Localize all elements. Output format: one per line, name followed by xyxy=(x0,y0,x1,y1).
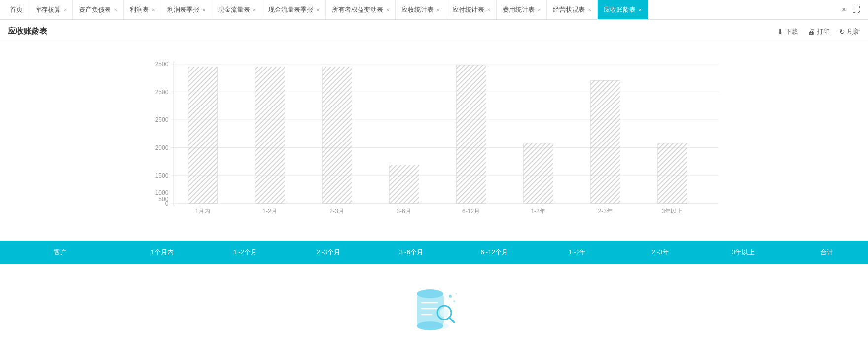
col-3-6month: 3~6个月 xyxy=(370,248,453,257)
bar-3-6月 xyxy=(390,165,419,203)
svg-text:1-2年: 1-2年 xyxy=(531,208,545,214)
tab-ar-aging[interactable]: 应收账龄表 × xyxy=(598,0,648,20)
refresh-button[interactable]: ↻ 刷新 xyxy=(839,27,860,36)
svg-text:2000: 2000 xyxy=(155,144,169,151)
tab-ap-stats[interactable]: 应付统计表 × xyxy=(446,0,497,20)
col-1-2month: 1~2个月 xyxy=(204,248,287,257)
close-tab-cashflow[interactable]: × xyxy=(253,7,256,13)
col-total: 合计 xyxy=(785,248,868,257)
download-icon: ⬇ xyxy=(777,28,783,36)
refresh-icon: ↻ xyxy=(839,28,845,36)
svg-rect-25 xyxy=(417,294,444,326)
svg-point-32 xyxy=(440,308,449,317)
svg-point-35 xyxy=(453,300,455,302)
svg-point-27 xyxy=(417,321,443,330)
download-button[interactable]: ⬇ 下载 xyxy=(777,27,798,36)
svg-line-33 xyxy=(449,318,454,322)
col-customer: 客户 xyxy=(0,248,121,257)
tab-ar-stats[interactable]: 应收统计表 × xyxy=(396,0,446,20)
col-6-12month: 6~12个月 xyxy=(453,248,536,257)
close-tab-cashflow-q[interactable]: × xyxy=(316,7,319,13)
print-button[interactable]: 🖨 打印 xyxy=(808,27,830,36)
bar-2-3月 xyxy=(323,67,352,204)
window-controls: × ⛶ xyxy=(842,5,864,14)
bar-2-3年 xyxy=(591,81,620,204)
svg-text:1000: 1000 xyxy=(155,189,169,196)
empty-icon xyxy=(407,284,461,335)
window-maximize-icon[interactable]: ⛶ xyxy=(852,5,860,14)
svg-text:2500: 2500 xyxy=(155,116,169,123)
bar-1-2年 xyxy=(524,143,553,204)
tab-profit[interactable]: 利润表 × xyxy=(124,0,161,20)
close-tab-expense[interactable]: × xyxy=(538,7,541,13)
close-tab-ar-stats[interactable]: × xyxy=(436,7,439,13)
svg-text:3-6月: 3-6月 xyxy=(397,208,411,214)
svg-text:2-3月: 2-3月 xyxy=(329,208,344,214)
close-tab-ar-aging[interactable]: × xyxy=(639,7,642,13)
svg-text:1月内: 1月内 xyxy=(195,208,211,214)
tab-cashflow[interactable]: 现金流量表 × xyxy=(212,0,262,20)
tab-home[interactable]: 首页 xyxy=(4,0,29,20)
close-tab-inventory[interactable]: × xyxy=(64,7,67,13)
svg-text:6-12月: 6-12月 xyxy=(462,208,480,214)
close-tab-profit-q[interactable]: × xyxy=(202,7,205,13)
close-tab-operation[interactable]: × xyxy=(588,7,591,13)
chart-area: 2500 2500 2500 2000 1500 1000 500 0 1月内 … xyxy=(0,43,868,241)
svg-text:0: 0 xyxy=(165,200,169,207)
page-title: 应收账龄表 xyxy=(8,26,47,36)
main-content: 2500 2500 2500 2000 1500 1000 500 0 1月内 … xyxy=(0,43,868,355)
col-1month: 1个月内 xyxy=(121,248,204,257)
bar-chart: 2500 2500 2500 2000 1500 1000 500 0 1月内 … xyxy=(20,53,848,236)
col-1-2year: 1~2年 xyxy=(536,248,618,257)
tab-bar: 首页 库存核算 × 资产负债表 × 利润表 × 利润表季报 × 现金流量表 × … xyxy=(0,0,868,20)
svg-point-36 xyxy=(456,293,457,295)
svg-text:1-2月: 1-2月 xyxy=(262,208,277,214)
bar-3年以上 xyxy=(658,143,687,204)
window-close-icon[interactable]: × xyxy=(842,5,846,14)
col-3year-plus: 3年以上 xyxy=(702,248,785,257)
close-tab-equity[interactable]: × xyxy=(386,7,389,13)
bar-1-2月 xyxy=(255,67,285,204)
print-icon: 🖨 xyxy=(808,28,815,36)
svg-text:2500: 2500 xyxy=(155,61,169,68)
table-header: 客户 1个月内 1~2个月 2~3个月 3~6个月 6~12个月 1~2年 2~… xyxy=(0,241,868,264)
tab-inventory[interactable]: 库存核算 × xyxy=(29,0,73,20)
bar-1月内 xyxy=(188,67,218,204)
bar-6-12月 xyxy=(457,65,486,204)
svg-text:3年以上: 3年以上 xyxy=(662,208,683,214)
tab-operation[interactable]: 经营状况表 × xyxy=(547,0,597,20)
close-tab-balance[interactable]: × xyxy=(114,7,117,13)
svg-text:2-3年: 2-3年 xyxy=(598,208,612,214)
tab-profit-quarterly[interactable]: 利润表季报 × xyxy=(161,0,212,20)
tab-balance-sheet[interactable]: 资产负债表 × xyxy=(73,0,123,20)
page-header: 应收账龄表 ⬇ 下载 🖨 打印 ↻ 刷新 xyxy=(0,20,868,43)
col-2-3month: 2~3个月 xyxy=(287,248,369,257)
svg-text:1500: 1500 xyxy=(155,172,169,179)
tab-equity[interactable]: 所有者权益变动表 × xyxy=(326,0,396,20)
svg-text:2500: 2500 xyxy=(155,89,169,96)
close-tab-ap-stats[interactable]: × xyxy=(487,7,490,13)
close-tab-profit[interactable]: × xyxy=(152,7,155,13)
empty-state xyxy=(0,264,868,335)
col-2-3year: 2~3年 xyxy=(619,248,702,257)
tab-cashflow-quarterly[interactable]: 现金流量表季报 × xyxy=(262,0,326,20)
header-actions: ⬇ 下载 🖨 打印 ↻ 刷新 xyxy=(777,27,860,36)
svg-point-34 xyxy=(449,295,452,298)
svg-point-26 xyxy=(417,289,443,298)
tab-expense-stats[interactable]: 费用统计表 × xyxy=(497,0,547,20)
